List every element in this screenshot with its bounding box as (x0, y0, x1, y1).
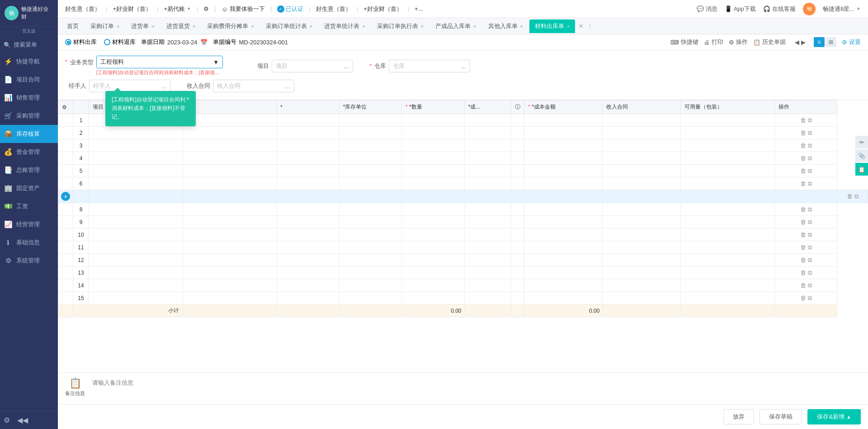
tab-finished-goods[interactable]: 产成品入库单× (430, 19, 481, 33)
topbar-more[interactable]: +... (415, 5, 423, 12)
sidebar-item-project[interactable]: 📄 项目合同 (0, 71, 58, 89)
delete-row-btn[interactable]: 🗑 (800, 142, 806, 149)
tab-purchase-cost[interactable]: 采购费用分摊单× (202, 19, 259, 33)
list-view-btn[interactable]: ≡ (814, 37, 825, 47)
sidebar-search[interactable]: 🔍 搜索菜单 (0, 37, 58, 52)
business-type-input[interactable]: 工程领料 ▼ (96, 56, 223, 68)
copy-row-btn[interactable]: ⧉ (808, 231, 812, 238)
copy-row-btn[interactable]: ⧉ (808, 180, 812, 187)
sidebar-item-finance[interactable]: 💰 资金管理 (0, 143, 58, 161)
copy-row-btn[interactable]: ⧉ (854, 193, 859, 200)
sidebar-item-ledger[interactable]: 📑 总账管理 (0, 161, 58, 179)
warehouse-dots-icon[interactable]: ... (461, 62, 466, 70)
sidebar-item-assets[interactable]: 🏢 固定资产 (0, 179, 58, 197)
radio-material-return[interactable]: 材料退库 (104, 38, 136, 46)
income-contract-input[interactable]: 收入合同 ... (213, 80, 294, 92)
user-avatar[interactable]: 畅 (803, 3, 816, 15)
topbar-yidaizhang[interactable]: +易代账 ▼ (164, 5, 191, 13)
sidebar-item-salary[interactable]: 💵 工资 (0, 197, 58, 215)
col-quantity[interactable]: *数量 (402, 100, 464, 114)
copy-row-btn[interactable]: ⧉ (808, 244, 812, 251)
save-new-button[interactable]: 保存&新增 ▲ (807, 409, 861, 424)
copy-row-btn[interactable]: ⧉ (808, 269, 812, 276)
col-warehouse-unit[interactable]: *库存单位 (339, 100, 401, 114)
tab-close-icon[interactable]: × (362, 24, 365, 29)
tab-purchase-stats[interactable]: 采购订单统计表× (260, 19, 318, 33)
income-contract-dots-icon[interactable]: ... (285, 82, 290, 90)
tab-other-stock[interactable]: 其他入库单× (483, 19, 528, 33)
sidebar-item-basic[interactable]: ℹ 基础信息 (0, 234, 58, 252)
tab-close-icon[interactable]: × (151, 24, 154, 29)
col-cost-info[interactable]: ⓘ (511, 100, 524, 114)
copy-row-btn[interactable]: ⧉ (808, 117, 812, 124)
delete-row-btn[interactable]: 🗑 (800, 244, 806, 251)
sidebar-item-inventory[interactable]: 📦 库存核算 (0, 125, 58, 143)
tab-purchase-exec[interactable]: 采购订单执行表× (372, 19, 429, 33)
delete-row-btn[interactable]: 🗑 (800, 167, 806, 175)
topbar-haoyecai[interactable]: +好业财（首） (113, 5, 151, 13)
discard-button[interactable]: 放弃 (723, 409, 754, 424)
handler-input[interactable]: 经手人 ... (89, 80, 170, 92)
add-row-btn[interactable]: + (61, 192, 70, 201)
topbar-haoshengyi2[interactable]: 好生意（首） (316, 5, 351, 13)
save-new-arrow-icon[interactable]: ▲ (846, 414, 851, 419)
tab-close-icon[interactable]: × (473, 24, 476, 29)
tooltip-close-btn[interactable]: × (186, 95, 189, 101)
calendar-icon[interactable]: 📅 (200, 39, 208, 46)
copy-row-btn[interactable]: ⧉ (808, 142, 812, 149)
copy-row-btn[interactable]: ⧉ (808, 282, 812, 289)
tab-close-icon[interactable]: × (520, 24, 523, 29)
settings-icon[interactable]: ⚙ (4, 416, 10, 424)
topbar-customer-service[interactable]: 🎧 在线客服 (763, 5, 796, 13)
col-material[interactable]: * (183, 100, 277, 114)
tab-close-icon[interactable]: × (117, 24, 119, 29)
topbar-message[interactable]: 💬 消息 (697, 5, 717, 13)
side-panel-edit-icon[interactable]: ✏ (855, 136, 868, 148)
topbar-username[interactable]: 畅捷通8星... ▼ (823, 5, 861, 13)
tab-scroll-icon[interactable]: ⋮ (587, 23, 593, 30)
copy-row-btn[interactable]: ⧉ (808, 257, 812, 264)
col-available[interactable]: 可用量（包装） (681, 100, 775, 114)
delete-row-btn[interactable]: 🗑 (800, 269, 806, 276)
print-btn[interactable]: 🖨 打印 (704, 38, 723, 46)
tab-incoming[interactable]: 进货单× (126, 19, 160, 33)
warehouse-input[interactable]: 仓库 ... (389, 60, 470, 72)
grid-view-btn[interactable]: ⊞ (826, 37, 836, 47)
topbar-settings[interactable]: ⚙ (203, 5, 209, 12)
topbar-haoshengyi[interactable]: 好生意（首） (65, 5, 100, 13)
settings-btn[interactable]: ⚙ 设置 (842, 38, 861, 46)
project-input[interactable]: 项目 ... (272, 60, 353, 72)
action-btn[interactable]: ⚙ 操作 (729, 38, 748, 46)
delete-row-btn[interactable]: 🗑 (800, 180, 806, 187)
col-settings[interactable]: ⚙ (58, 100, 73, 114)
sidebar-item-management[interactable]: 📈 经营管理 (0, 215, 58, 234)
topbar-app-download[interactable]: 📱 App下载 (725, 5, 756, 13)
prev-icon[interactable]: ◀ (795, 39, 799, 46)
side-panel-active-icon[interactable]: 📋 (855, 163, 868, 176)
copy-row-btn[interactable]: ⧉ (808, 155, 812, 162)
tab-scroll-close[interactable]: × (579, 22, 583, 30)
next-icon[interactable]: ▶ (801, 39, 806, 46)
sidebar-item-system[interactable]: ⚙ 系统管理 (0, 252, 58, 270)
tab-home[interactable]: 首页 (61, 19, 84, 33)
delete-row-btn[interactable]: 🗑 (847, 193, 853, 200)
project-dots-icon[interactable]: ... (344, 62, 349, 70)
tab-incoming-return[interactable]: 进货退货× (161, 19, 201, 33)
radio-material-out[interactable]: 材料出库 (65, 38, 97, 46)
shortcut-keys-btn[interactable]: ⌨ 快捷键 (670, 38, 698, 46)
delete-row-btn[interactable]: 🗑 (800, 117, 806, 124)
handler-dots-icon[interactable]: ... (161, 82, 166, 90)
delete-row-btn[interactable]: 🗑 (800, 231, 806, 238)
copy-row-btn[interactable]: ⧉ (808, 129, 812, 137)
collapse-icon[interactable]: ◀◀ (17, 416, 28, 424)
delete-row-btn[interactable]: 🗑 (800, 129, 806, 137)
col-income-contract[interactable]: 收入合同 (603, 100, 681, 114)
sidebar-item-purchase[interactable]: 🛒 采购管理 (0, 107, 58, 125)
side-panel-clip-icon[interactable]: 📎 (855, 149, 868, 162)
tab-close-icon[interactable]: × (251, 24, 254, 29)
tab-close-icon[interactable]: × (310, 24, 312, 29)
col-spec[interactable]: * (277, 100, 339, 114)
tab-incoming-stats[interactable]: 进货单统计表× (319, 19, 370, 33)
delete-row-btn[interactable]: 🗑 (800, 295, 806, 302)
copy-row-btn[interactable]: ⧉ (808, 206, 812, 213)
